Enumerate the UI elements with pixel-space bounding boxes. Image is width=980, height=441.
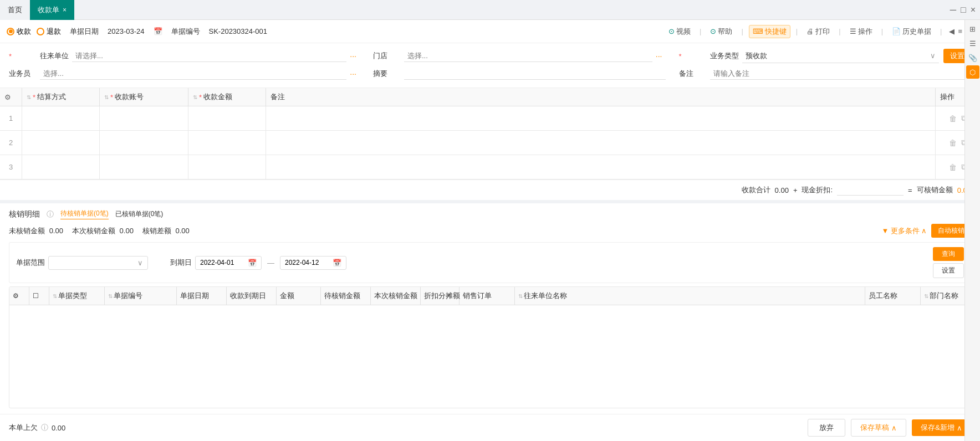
row-3-delete-icon[interactable]: 🗑 [949,163,957,172]
th-gear[interactable]: ⚙ [0,88,22,106]
business-type-field: * 业务类型 预收款 ∨ 设置 [679,49,972,63]
print-btn[interactable]: 🖨 打印 [803,25,833,38]
total-value: 0.00 [775,186,789,194]
gear-icon[interactable]: ⚙ [4,93,11,101]
store-input[interactable] [404,50,652,62]
video-btn[interactable]: ⊙ 视频 [665,25,694,38]
detail-th-date: 单据日期 [177,287,227,305]
date-to-field[interactable] [285,259,329,266]
discard-button[interactable]: 放弃 [808,419,845,437]
radio-receipt[interactable]: 收款 [7,27,31,37]
range-select[interactable]: ∨ [48,256,148,270]
close-button[interactable]: × [971,5,976,15]
row-1-settlement[interactable] [22,106,100,130]
sidebar-icon-attachment[interactable]: 📎 [966,51,979,64]
row-2-settlement[interactable] [22,131,100,155]
history-icon: 📄 [892,27,901,35]
th-amount: ⇅ * 收款金额 [188,88,266,106]
summary-input[interactable] [404,68,666,80]
save-draft-arrow-icon: ∧ [891,424,897,432]
radio-receipt-label: 收款 [17,27,31,37]
bottom-info-label: 本单上欠 [9,423,38,433]
view-list-icon[interactable]: ≡ [956,25,964,37]
receipt-type-group: 收款 退款 [7,27,61,37]
row-1-account[interactable] [100,106,188,130]
minimize-button[interactable]: ─ [950,5,956,15]
number-value: SK-20230324-001 [209,27,268,35]
bottom-info-icon[interactable]: ⓘ [41,423,48,433]
discount-input[interactable] [837,184,904,196]
row-2-note[interactable] [266,131,936,155]
divider-5: | [881,27,883,35]
store-label: 门店 [373,51,404,61]
sidebar-icon-expand[interactable]: ⬡ [966,65,979,79]
more-conditions-btn[interactable]: ▼ 更多条件 ∧ [881,226,927,236]
calendar-from-icon[interactable]: 📅 [248,259,257,267]
calendar-icon[interactable]: 📅 [154,27,162,35]
diff-value: 0.00 [176,227,190,235]
row-1-amount[interactable] [188,106,266,130]
date-value[interactable]: 2023-03-24 [108,27,145,35]
tab-receipt[interactable]: 收款单 × [30,0,74,20]
sidebar-icon-list[interactable]: ☰ [966,37,979,50]
save-draft-label: 保存草稿 [860,423,889,433]
business-type-arrow-icon: ∨ [930,52,936,60]
settings-small-button[interactable]: 设置 [933,263,964,278]
counterpart-more-btn[interactable]: ··· [346,52,360,60]
hexiao-header: 核销明细 ⓘ 待核销单据(0笔) 已核销单据(0笔) [9,209,971,219]
business-type-required: * [679,52,710,60]
row-1-note[interactable] [266,106,936,130]
sidebar-icon-table[interactable]: ⊞ [966,22,979,35]
maximize-button[interactable]: □ [961,5,966,15]
hexiao-pending-tab[interactable]: 待核销单据(0笔) [60,209,109,219]
date-from-field[interactable] [200,259,244,266]
row-1-delete-icon[interactable]: 🗑 [949,114,957,123]
radio-refund-label: 退款 [47,27,61,37]
business-type-select[interactable]: 预收款 ∨ [742,49,940,63]
filter-row: 单据范围 ∨ 到期日 📅 — 📅 查询 设 [9,242,971,283]
save-draft-button[interactable]: 保存草稿 ∧ [851,419,906,437]
note-input[interactable] [710,68,972,80]
operation-btn[interactable]: ☰ 操作 [846,25,876,38]
row-3-amount[interactable] [188,155,266,179]
divider-2: | [741,27,743,35]
date-from-input[interactable]: 📅 [195,256,262,270]
operation-icon: ☰ [850,27,856,35]
store-more-btn[interactable]: ··· [652,52,666,60]
store-field: 门店 ··· [373,50,666,62]
detail-th-discount: 折扣分摊额 [421,287,460,305]
window-controls: ─ □ × [950,5,980,15]
row-3-num: 3 [0,155,22,179]
detail-th-gear[interactable]: ⚙ [9,287,29,305]
view-prev-icon[interactable]: ◀ [947,25,956,37]
hexiao-stats: 未核销金额 0.00 本次核销金额 0.00 核销差额 0.00 ▼ 更多条件 … [9,224,971,238]
table-row: 2 🗑 ⧉ [0,131,980,155]
row-2-account[interactable] [100,131,188,155]
radio-refund[interactable]: 退款 [37,27,61,37]
history-btn[interactable]: 📄 历史单据 [889,25,935,38]
toolbar-row: 收款 退款 单据日期 2023-03-24 📅 单据编号 SK-20230324… [0,20,980,43]
hexiao-info-icon[interactable]: ⓘ [47,209,54,219]
tab-bar: 首页 收款单 × ─ □ × [0,0,980,20]
hexiao-done-tab[interactable]: 已核销单据(0笔) [115,209,164,219]
row-2-amount[interactable] [188,131,266,155]
help-btn[interactable]: ⊙ 帮助 [707,25,736,38]
counterpart-input[interactable] [72,50,346,62]
row-3-account[interactable] [100,155,188,179]
toolbar-right: ⊙ 视频 | ⊙ 帮助 | ⌨ 快捷键 | 🖨 打印 | ☰ 操作 [665,25,973,38]
query-button[interactable]: 查询 [933,247,964,261]
tab-home[interactable]: 首页 [0,0,30,20]
shortcut-btn[interactable]: ⌨ 快捷键 [749,25,790,38]
salesperson-more-btn[interactable]: ··· [346,69,360,78]
counterpart-field: * 往来单位 ··· [9,50,360,62]
salesperson-input[interactable] [40,68,346,80]
note-label: 备注 [679,69,710,79]
calendar-to-icon[interactable]: 📅 [333,259,341,267]
save-new-button[interactable]: 保存&新增 ∧ [912,419,971,436]
tab-receipt-close[interactable]: × [63,6,67,14]
date-to-input[interactable]: 📅 [280,256,346,270]
detail-th-checkbox[interactable]: ☐ [29,287,49,305]
row-3-note[interactable] [266,155,936,179]
row-2-delete-icon[interactable]: 🗑 [949,139,957,147]
row-3-settlement[interactable] [22,155,100,179]
